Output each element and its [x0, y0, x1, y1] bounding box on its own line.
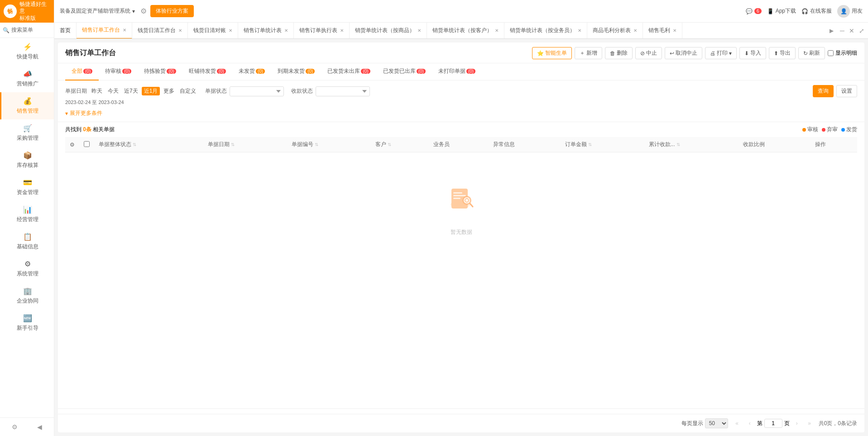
tab-close-sales-summary-product[interactable]: ✕ — [417, 28, 421, 33]
sidebar-settings-btn[interactable]: ⚙ — [10, 422, 19, 432]
next-page-btn[interactable]: › — [791, 418, 802, 429]
last-page-btn[interactable]: » — [804, 418, 815, 429]
maximize-btn[interactable]: ⤢ — [857, 26, 866, 35]
select-all-checkbox[interactable] — [84, 141, 90, 147]
show-detail-checkbox[interactable] — [828, 50, 834, 56]
sidebar-item-operations[interactable]: 📊经营管理 — [0, 201, 54, 228]
sort-icon-doc-date[interactable]: ⇅ — [231, 142, 235, 147]
sidebar-item-quick-nav[interactable]: ⚡快捷导航 — [0, 38, 54, 65]
th-doc-status[interactable]: 单据整体状态⇅ — [94, 137, 203, 152]
tab-sales-summary-staff[interactable]: 销货单统计表（按业务员）✕ — [504, 23, 587, 39]
sidebar-item-finance[interactable]: 💳资金管理 — [0, 174, 54, 201]
page-input[interactable] — [764, 419, 782, 428]
close-all-btn[interactable]: ✕ — [847, 26, 856, 35]
subtab-shipped-not-out[interactable]: 已发货未出库(0) — [321, 63, 376, 81]
print-btn[interactable]: 🖨 打印 ▾ — [705, 47, 737, 59]
th-checkbox[interactable] — [79, 137, 94, 152]
sidebar-item-system[interactable]: ⚙系统管理 — [0, 255, 54, 282]
tab-sales-profit[interactable]: 销售毛利✕ — [643, 23, 682, 39]
sidebar-item-inventory[interactable]: 📦库存核算 — [0, 147, 54, 174]
sidebar-search[interactable]: 🔍 搜索菜单 — [0, 23, 54, 38]
sort-icon-doc-no[interactable]: ⇅ — [315, 142, 318, 147]
tab-close-product-margin[interactable]: ✕ — [633, 28, 637, 33]
date-option-近7天[interactable]: 近7天 — [122, 86, 140, 96]
subtab-not-shipped[interactable]: 未发货(0) — [232, 63, 271, 81]
tab-close-cash-daily[interactable]: ✕ — [178, 28, 182, 33]
refresh-btn[interactable]: ↻ 刷新 — [798, 47, 825, 59]
import-btn[interactable]: ⬇ 导入 — [739, 47, 766, 59]
ship-action-btn[interactable]: 发货 — [841, 126, 857, 133]
sidebar-item-purchase[interactable]: 🛒采购管理 — [0, 119, 54, 147]
sidebar-item-enterprise[interactable]: 🏢企业协同 — [0, 282, 54, 309]
topbar-gear-icon[interactable]: ⚙ — [140, 7, 147, 15]
user-menu-btn[interactable]: 👤 用友 — [837, 5, 863, 18]
sort-icon-cumulative-payment[interactable]: ⇅ — [676, 142, 680, 147]
tab-close-cash-reconcile[interactable]: ✕ — [229, 28, 232, 33]
date-option-近1月[interactable]: 近1月 — [142, 87, 160, 95]
prev-page-btn[interactable]: ‹ — [744, 418, 755, 429]
query-btn[interactable]: 查询 — [813, 85, 834, 97]
first-page-btn[interactable]: « — [732, 418, 743, 429]
smart-generate-btn[interactable]: ⭐ 智能生单 — [532, 47, 572, 59]
sidebar-item-sales[interactable]: 💰销售管理 — [0, 92, 54, 119]
review-action-btn[interactable]: 审核 — [802, 126, 818, 133]
sidebar-item-marketing[interactable]: 📣营销推广 — [0, 65, 54, 92]
horizontal-scrollbar[interactable] — [58, 408, 864, 414]
sidebar-item-guide[interactable]: 🆕新手引导 — [0, 309, 54, 336]
tab-sales-order-workbench[interactable]: 销售订单工作台✕ — [77, 23, 132, 39]
subtab-not-printed[interactable]: 未打印单据(0) — [432, 63, 482, 81]
system-title[interactable]: 装备及固定资产辅助管理系统 ▾ — [60, 7, 135, 15]
stop-btn[interactable]: ⊘ 中止 — [635, 47, 662, 59]
subtab-pending-inspect[interactable]: 待拣验货(0) — [138, 63, 182, 81]
tab-close-sales-exec[interactable]: ✕ — [340, 28, 344, 33]
subtab-overdue-not-shipped[interactable]: 到期未发货(0) — [271, 63, 321, 81]
tab-close-sales-stat[interactable]: ✕ — [284, 28, 288, 33]
tab-sales-summary-customer[interactable]: 销货单统计表（按客户）✕ — [427, 23, 504, 39]
tab-sales-summary-product[interactable]: 销货单统计表（按商品）✕ — [350, 23, 427, 39]
tab-close-sales-summary-staff[interactable]: ✕ — [578, 28, 581, 33]
tab-close-sales-summary-customer[interactable]: ✕ — [495, 28, 499, 33]
th-order-amount[interactable]: 订单金额⇅ — [561, 137, 644, 152]
date-option-昨天[interactable]: 昨天 — [90, 86, 104, 96]
subtab-shipped-out[interactable]: 已发货已出库(0) — [377, 63, 432, 81]
online-service-btn[interactable]: 🎧 在线客服 — [801, 7, 832, 15]
message-btn[interactable]: 💬 6 — [746, 8, 762, 14]
sidebar-collapse-btn[interactable]: ◀ — [35, 422, 44, 432]
tab-home[interactable]: 首页 — [54, 23, 77, 39]
subtab-wangpu-pending[interactable]: 旺铺待发货(0) — [182, 63, 232, 81]
delete-btn[interactable]: 🗑 删除 — [605, 47, 633, 59]
app-download-btn[interactable]: 📱 App下载 — [767, 7, 796, 15]
tab-cash-daily[interactable]: 钱货日清工作台✕ — [132, 23, 188, 39]
cancel-stop-btn[interactable]: ↩ 取消中止 — [665, 47, 702, 59]
industry-btn[interactable]: 体验行业方案 — [150, 5, 194, 17]
sort-icon-order-amount[interactable]: ⇅ — [588, 142, 592, 147]
th-customer[interactable]: 客户⇅ — [371, 137, 429, 152]
show-detail-label[interactable]: 显示明细 — [828, 49, 857, 57]
tabbar-more-btn[interactable]: ▶ — [827, 28, 836, 34]
export-btn[interactable]: ⬆ 导出 — [769, 47, 796, 59]
th-cumulative-payment[interactable]: 累计收款...⇅ — [644, 137, 739, 152]
cancel-review-action-btn[interactable]: 弃审 — [822, 126, 838, 133]
sidebar-item-basic-info[interactable]: 📋基础信息 — [0, 228, 54, 255]
date-option-今天[interactable]: 今天 — [106, 86, 120, 96]
payment-select[interactable] — [316, 86, 370, 96]
sort-icon-doc-status[interactable]: ⇅ — [133, 142, 136, 147]
tab-sales-stat[interactable]: 销售订单统计表✕ — [238, 23, 294, 39]
sort-icon-customer[interactable]: ⇅ — [388, 142, 391, 147]
status-select[interactable] — [230, 86, 284, 96]
tab-product-margin[interactable]: 商品毛利分析表✕ — [587, 23, 643, 39]
date-option-自定义[interactable]: 自定义 — [178, 86, 198, 96]
tab-close-sales-profit[interactable]: ✕ — [673, 28, 676, 33]
filter-settings-btn[interactable]: 设置 — [836, 85, 857, 97]
date-option-更多[interactable]: 更多 — [162, 86, 176, 96]
th-doc-date[interactable]: 单据日期⇅ — [203, 137, 287, 152]
minimize-btn[interactable]: ─ — [838, 26, 846, 35]
per-page-select[interactable]: 2050100 — [705, 418, 728, 428]
subtab-all[interactable]: 全部(0) — [65, 63, 99, 81]
tab-cash-reconcile[interactable]: 钱货日清对账✕ — [188, 23, 238, 39]
tab-close-sales-order-workbench[interactable]: ✕ — [123, 28, 126, 33]
expand-conditions-btn[interactable]: ▾ 展开更多条件 — [65, 108, 857, 119]
subtab-pending-review[interactable]: 待审核(0) — [99, 63, 138, 81]
tab-sales-exec[interactable]: 销售订单执行表✕ — [294, 23, 350, 39]
add-btn[interactable]: ＋ 新增 — [575, 47, 602, 59]
